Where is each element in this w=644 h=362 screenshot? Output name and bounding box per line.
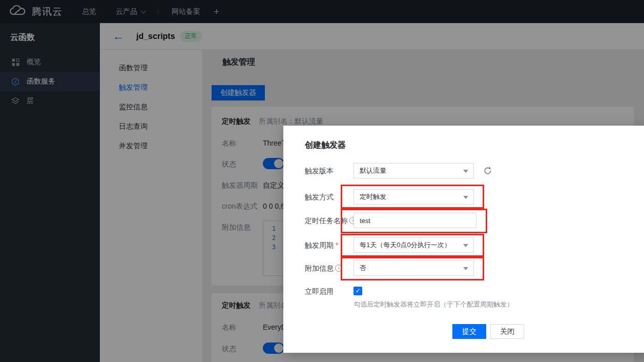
extra-info-label: 附加信息i [305,260,342,276]
refresh-icon[interactable] [483,166,492,175]
caret-down-icon [463,170,468,173]
caret-down-icon [463,244,468,247]
required-mark: * [336,237,338,253]
cycle-label: 触发周期* [305,237,338,253]
info-icon: i [335,265,342,272]
submit-button[interactable]: 提交 [452,324,486,339]
modal-title: 创建触发器 [305,140,346,151]
version-select[interactable]: 默认流量 [354,163,474,178]
method-select[interactable]: 定时触发 [354,189,474,205]
cycle-select-value: 每1天（每天0点0分执行一次） [360,240,451,250]
check-icon: ✓ [355,287,360,294]
close-button[interactable]: 关闭 [490,324,524,339]
task-name-input[interactable] [354,213,476,228]
enable-checkbox[interactable]: ✓ [354,287,362,295]
create-trigger-modal: 创建触发器 触发版本 默认流量 触发方式 定时触发 定时任务名称i* 触发周期* [283,126,644,353]
task-name-label: 定时任务名称i* [305,213,361,228]
enable-label: 立即启用 [305,284,334,299]
caret-down-icon [463,267,468,270]
extra-info-select[interactable]: 否 [354,260,474,276]
cycle-select[interactable]: 每1天（每天0点0分执行一次） [354,237,474,253]
method-select-value: 定时触发 [360,192,386,202]
version-select-value: 默认流量 [360,166,386,175]
enable-hint: 勾选后定时触发器将立即开启（于下个配置周期触发） [354,300,513,309]
page: 腾讯云 总览 云产品 网站备案 + 云函数 概览 [0,0,644,362]
caret-down-icon [463,196,468,199]
extra-info-select-value: 否 [360,264,366,273]
method-label: 触发方式 [305,189,334,205]
version-label: 触发版本 [305,163,334,178]
